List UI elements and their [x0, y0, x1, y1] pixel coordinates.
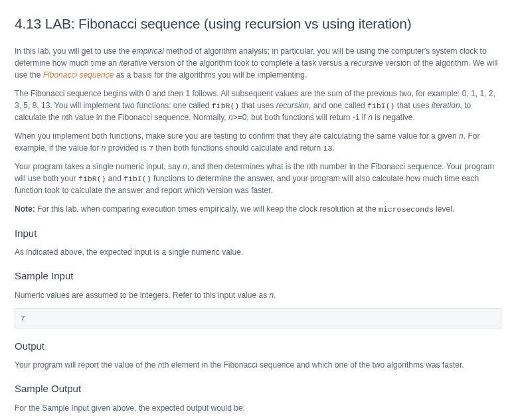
emphasis: iteration [432, 101, 460, 110]
paragraph-5: Note: For this lab, when comparing execu… [15, 203, 501, 215]
text: Your program will report the value of th… [15, 360, 158, 370]
heading-input: Input [15, 226, 501, 242]
text: level. [434, 204, 454, 214]
input-text: As indicated above, the expected input i… [15, 246, 501, 258]
code-inline: fibI() [367, 102, 394, 110]
text: th value in the Fibonacci sequence. Norm… [66, 113, 228, 122]
text: . [332, 143, 334, 153]
text: In this lab, you will get to use the [15, 46, 132, 56]
text: , and then determines what is the [187, 162, 307, 171]
text: and [106, 174, 124, 183]
text: provided is [106, 143, 149, 153]
output-text: Your program will report the value of th… [15, 359, 501, 371]
paragraph-3: When you implement both functions, make … [15, 130, 501, 154]
text: then both functions should calculate and… [153, 143, 323, 153]
emphasis: empirical [132, 46, 164, 56]
intro-paragraph: In this lab, you will get to use the emp… [15, 45, 501, 81]
code-inline: fibR() [212, 102, 239, 110]
paragraph-2: The Fibonacci sequence begins with 0 and… [15, 88, 501, 123]
text: >=0, but both functions will return -1 i… [233, 113, 368, 122]
emphasis: n [368, 113, 373, 122]
sample-output-text: For the Sample Input given above, the ex… [15, 402, 501, 414]
code-inline: 13 [323, 144, 333, 153]
text: For this lab, when comparing execution t… [35, 204, 379, 214]
text: When you implement both functions, make … [15, 131, 459, 141]
emphasis: recursive [351, 58, 383, 68]
code-inline: fibI() [124, 175, 151, 183]
heading-sample-input: Sample Input [15, 269, 501, 284]
emphasis: n [459, 131, 464, 141]
text: is negative. [373, 113, 415, 122]
text: , and one called [309, 101, 367, 110]
fibonacci-link[interactable]: Fibonacci sequence [43, 70, 114, 80]
note-label: Note: [15, 204, 35, 214]
emphasis: n [307, 162, 311, 171]
heading-sample-output: Sample Output [15, 382, 501, 397]
sample-input-text: Numeric values are assumed to be integer… [15, 289, 501, 301]
heading-output: Output [15, 339, 501, 354]
text: that uses [239, 101, 276, 110]
text: as a basis for the algorithms you will b… [114, 70, 307, 80]
text: th element in the Fibonacci sequence and… [162, 360, 464, 370]
paragraph-4: Your program takes a single numeric inpu… [15, 161, 501, 196]
emphasis: recursion [276, 101, 309, 110]
emphasis: n [183, 162, 187, 171]
emphasis: iterative [119, 58, 147, 68]
emphasis: n [228, 113, 233, 122]
code-inline: microseconds [379, 205, 434, 214]
page-title: 4.13 LAB: Fibonacci sequence (using recu… [15, 13, 501, 35]
sample-input-code-block: 7 [15, 308, 501, 328]
text: that uses [395, 101, 432, 110]
text: Numeric values are assumed to be integer… [15, 291, 270, 300]
text: . [274, 291, 276, 300]
code-inline: fibR() [78, 175, 106, 183]
text: version of the algorithm took to complet… [147, 58, 351, 68]
text: Your program takes a single numeric inpu… [15, 162, 183, 171]
code-inline: 7 [149, 144, 153, 153]
